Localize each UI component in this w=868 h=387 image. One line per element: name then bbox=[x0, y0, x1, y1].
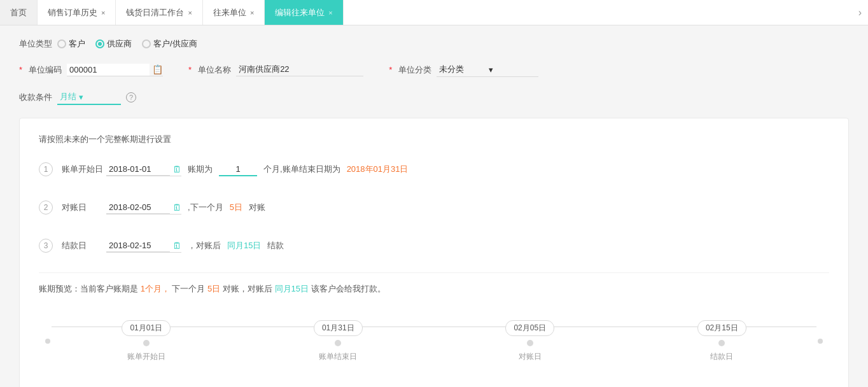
step2-inputs: 🗓 ,下一个月 5日 对账 bbox=[106, 201, 265, 215]
unit-code-label: 单位编码 bbox=[29, 64, 62, 76]
step3-highlight: 同月15日 bbox=[227, 240, 261, 251]
radio-both-circle bbox=[142, 39, 151, 48]
step2-suffix: 对账 bbox=[249, 202, 265, 213]
unit-type-radio-group: 客户 供应商 客户/供应商 bbox=[57, 38, 197, 50]
radio-customer[interactable]: 客户 bbox=[57, 38, 85, 50]
tab-bar: 首页 销售订单历史 × 钱货日清工作台 × 往来单位 × 编辑往来单位 × › bbox=[0, 0, 868, 25]
timeline-badge-3: 02月05日 bbox=[505, 320, 554, 336]
step3-inputs: 🗓 ，对账后 同月15日 结款 bbox=[106, 239, 284, 253]
radio-both[interactable]: 客户/供应商 bbox=[142, 38, 197, 50]
tab-sales-history[interactable]: 销售订单历史 × bbox=[38, 0, 116, 25]
unit-code-input[interactable] bbox=[67, 64, 150, 76]
timeline: 01月01日 账单开始日 01月31日 账单结束日 02月05日 对账日 bbox=[39, 307, 829, 387]
timeline-circle-1 bbox=[143, 340, 150, 346]
timeline-label-2: 账单结束日 bbox=[319, 351, 357, 362]
unit-code-field: * 单位编码 📋 bbox=[19, 64, 163, 76]
timeline-badge-4: 02月15日 bbox=[697, 320, 746, 336]
unit-info-row: * 单位编码 📋 * 单位名称 * 单位分类 未分类 ▾ bbox=[19, 62, 849, 77]
step3-number: 3 bbox=[39, 239, 53, 253]
tab-more-button[interactable]: › bbox=[852, 0, 868, 25]
timeline-point-1: 01月01日 账单开始日 bbox=[122, 320, 171, 362]
radio-supplier-circle bbox=[95, 39, 104, 48]
step3-row: 3 结款日 🗓 ，对账后 同月15日 结款 bbox=[39, 234, 829, 257]
timeline-point-4: 02月15日 结款日 bbox=[697, 320, 746, 362]
unit-name-label: 单位名称 bbox=[198, 64, 231, 76]
step1-number: 1 bbox=[39, 162, 53, 176]
step1-period-input[interactable] bbox=[219, 163, 257, 176]
unit-category-select[interactable]: 未分类 ▾ bbox=[437, 62, 538, 77]
tab-edit-partner[interactable]: 编辑往来单位 × bbox=[265, 0, 343, 25]
timeline-circle-4 bbox=[718, 340, 725, 346]
timeline-badge-1: 01月01日 bbox=[122, 320, 171, 336]
unit-name-field: * 单位名称 bbox=[188, 64, 363, 76]
step3-date-input[interactable] bbox=[106, 239, 170, 252]
page-content: 单位类型 客户 供应商 客户/供应商 * 单位编码 bbox=[0, 25, 868, 387]
unit-category-value: 未分类 bbox=[439, 64, 486, 75]
payment-terms-help[interactable]: ? bbox=[126, 92, 136, 102]
step2-number: 2 bbox=[39, 201, 53, 215]
timeline-circle-3 bbox=[527, 340, 533, 346]
radio-customer-circle bbox=[57, 39, 66, 48]
preview-date1: 5日 bbox=[207, 284, 220, 293]
step3-suffix: 结款 bbox=[267, 240, 284, 251]
preview-section: 账期预览：当前客户账期是 1个月， 下一个月 5日 对账，对账后 同月15日 该… bbox=[39, 272, 829, 387]
step1-date-input[interactable] bbox=[106, 163, 170, 176]
card-title: 请按照未来的一个完整帐期进行设置 bbox=[39, 134, 829, 145]
unit-type-row: 单位类型 客户 供应商 客户/供应商 bbox=[19, 38, 849, 50]
step1-period-label: 账期为 bbox=[188, 164, 213, 175]
step2-date-input[interactable] bbox=[106, 201, 170, 214]
unit-code-icon: 📋 bbox=[152, 64, 163, 74]
radio-customer-label: 客户 bbox=[69, 38, 85, 50]
unit-code-input-wrapper: 📋 bbox=[67, 64, 163, 76]
step2-calendar-icon[interactable]: 🗓 bbox=[172, 202, 181, 213]
tab-partner-units[interactable]: 往来单位 × bbox=[203, 0, 265, 25]
step3-date-input-wrapper: 🗓 bbox=[106, 239, 181, 253]
step2-label: 对账日 bbox=[62, 202, 106, 213]
close-tab-partner-units[interactable]: × bbox=[250, 9, 254, 17]
preview-date2: 同月15日 bbox=[275, 284, 309, 293]
close-tab-cash-workbench[interactable]: × bbox=[188, 9, 192, 17]
step2-date-input-wrapper: 🗓 bbox=[106, 201, 181, 215]
payment-terms-label: 收款条件 bbox=[19, 92, 52, 103]
preview-middle2: 对账，对账后 bbox=[223, 284, 272, 293]
step1-label: 账单开始日 bbox=[62, 164, 106, 175]
step2-row: 2 对账日 🗓 ,下一个月 5日 对账 bbox=[39, 196, 829, 219]
preview-period: 1个月， bbox=[141, 284, 170, 293]
tab-cash-workbench[interactable]: 钱货日清工作台 × bbox=[116, 0, 202, 25]
timeline-label-1: 账单开始日 bbox=[127, 351, 165, 362]
unit-category-label: 单位分类 bbox=[398, 64, 431, 76]
radio-supplier-label: 供应商 bbox=[107, 38, 132, 50]
tab-home[interactable]: 首页 bbox=[0, 0, 38, 25]
timeline-badge-2: 01月31日 bbox=[314, 320, 363, 336]
timeline-circle-2 bbox=[335, 340, 341, 346]
close-tab-sales-history[interactable]: × bbox=[101, 9, 105, 17]
timeline-point-2: 01月31日 账单结束日 bbox=[314, 320, 363, 362]
unit-category-field: * 单位分类 未分类 ▾ bbox=[389, 62, 538, 77]
step1-period-unit: 个月,账单结束日期为 bbox=[263, 164, 340, 175]
step2-highlight: 5日 bbox=[230, 202, 242, 213]
timeline-points: 01月01日 账单开始日 01月31日 账单结束日 02月05日 对账日 bbox=[50, 320, 818, 362]
unit-name-input[interactable] bbox=[236, 64, 363, 76]
unit-type-label: 单位类型 bbox=[19, 38, 52, 50]
step1-end-date: 2018年01月31日 bbox=[347, 164, 409, 175]
step1-inputs: 🗓 账期为 个月,账单结束日期为 2018年01月31日 bbox=[106, 163, 408, 176]
radio-both-label: 客户/供应商 bbox=[153, 38, 197, 50]
step3-calendar-icon[interactable]: 🗓 bbox=[172, 241, 181, 251]
close-tab-edit-partner[interactable]: × bbox=[328, 9, 332, 17]
step1-calendar-icon[interactable]: 🗓 bbox=[172, 164, 181, 174]
preview-middle: 下一个月 bbox=[172, 284, 205, 293]
preview-suffix: 该客户会给我打款。 bbox=[311, 284, 386, 293]
preview-prefix: 账期预览：当前客户账期是 bbox=[39, 284, 138, 293]
timeline-start-dot bbox=[45, 339, 50, 344]
step1-row: 1 账单开始日 🗓 账期为 个月,账单结束日期为 2018年01月31日 bbox=[39, 158, 829, 181]
payment-terms-select[interactable]: 月结 ▾ bbox=[57, 90, 121, 105]
radio-supplier[interactable]: 供应商 bbox=[95, 38, 132, 50]
step1-date-input-wrapper: 🗓 bbox=[106, 163, 181, 176]
payment-terms-field: 收款条件 月结 ▾ ? bbox=[19, 90, 136, 105]
step3-prefix: ，对账后 bbox=[188, 240, 221, 251]
preview-text: 账期预览：当前客户账期是 1个月， 下一个月 5日 对账，对账后 同月15日 该… bbox=[39, 283, 829, 295]
step3-label: 结款日 bbox=[62, 240, 106, 251]
unit-type-field: 单位类型 客户 供应商 客户/供应商 bbox=[19, 38, 197, 50]
settings-card: 请按照未来的一个完整帐期进行设置 1 账单开始日 🗓 账期为 个月,账单结束日期… bbox=[19, 118, 849, 387]
timeline-label-4: 结款日 bbox=[710, 351, 733, 362]
